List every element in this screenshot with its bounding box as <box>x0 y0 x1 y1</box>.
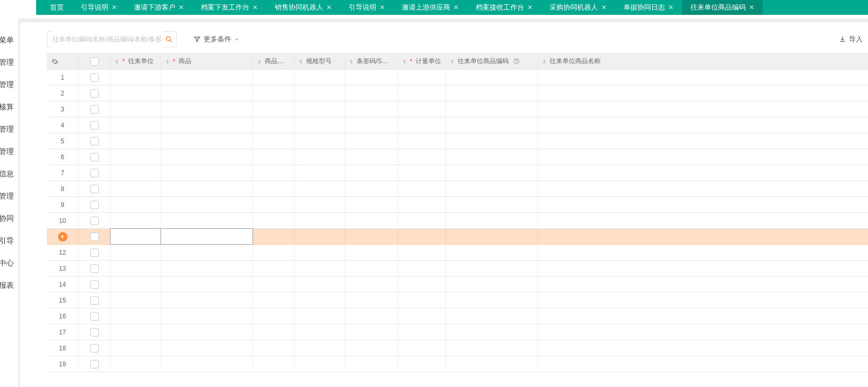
row-checkbox[interactable] <box>90 280 99 289</box>
sidebar-item-10[interactable]: 中心 <box>0 252 18 274</box>
tab-2[interactable]: 档案下发工作台✕ <box>192 0 266 15</box>
row-checkbox[interactable] <box>90 201 99 209</box>
table-row[interactable]: 10 <box>47 213 868 229</box>
column-header-unitname[interactable]: ▲▼往来单位商品名称 <box>538 54 868 70</box>
tab-0[interactable]: 引导说明✕ <box>72 0 125 15</box>
sidebar-item-8[interactable]: 协同 <box>0 208 18 230</box>
gear-icon[interactable] <box>51 58 58 65</box>
tab-7[interactable]: 采购协同机器人✕ <box>541 0 615 15</box>
select-all-checkbox[interactable] <box>90 57 99 66</box>
table-row[interactable]: 2 <box>47 85 868 101</box>
close-icon[interactable]: ✕ <box>112 4 117 11</box>
sidebar-item-1[interactable]: 管理 <box>0 51 18 74</box>
tab-1[interactable]: 邀请下游客户✕ <box>125 0 192 15</box>
help-icon[interactable] <box>513 58 520 65</box>
cell-product[interactable] <box>161 228 253 245</box>
close-icon[interactable]: ✕ <box>179 4 184 11</box>
table-row[interactable]: 8 <box>47 181 868 197</box>
row-checkbox[interactable] <box>90 153 99 161</box>
row-checkbox[interactable] <box>90 185 99 193</box>
sidebar-item-5[interactable]: 管理 <box>0 141 18 163</box>
column-header-unitcode[interactable]: ▲▼往来单位商品编码 <box>446 54 538 70</box>
cell-unitname[interactable] <box>538 229 868 245</box>
table-row[interactable]: 3 <box>47 101 868 117</box>
column-header-spec[interactable]: ▲▼规格型号 <box>294 54 345 70</box>
tab-4[interactable]: 引导说明✕ <box>340 0 393 15</box>
row-checkbox[interactable] <box>90 233 99 241</box>
sidebar-item-7[interactable]: 管理 <box>0 185 18 208</box>
table-row[interactable]: 5 <box>47 133 868 149</box>
table-row[interactable]: 1 <box>47 70 868 85</box>
table-row[interactable]: 19 <box>47 356 868 372</box>
column-header-unit[interactable]: ▲▼*往来单位 <box>111 54 161 70</box>
tab-9[interactable]: 往来单位商品编码✕ <box>682 0 763 15</box>
row-checkbox[interactable] <box>90 121 99 130</box>
cell-ptype[interactable] <box>253 229 294 245</box>
table-row[interactable]: 13 <box>47 261 868 277</box>
sidebar-item-2[interactable]: 管理 <box>0 74 18 96</box>
add-row-button-cell[interactable]: + <box>47 229 79 245</box>
table-row[interactable]: 9 <box>47 197 868 213</box>
sidebar-item-11[interactable]: 报表 <box>0 274 18 297</box>
cell-uom[interactable] <box>398 229 446 245</box>
column-header-gear[interactable] <box>47 54 79 70</box>
row-checkbox[interactable] <box>90 105 99 114</box>
row-checkbox[interactable] <box>90 217 99 225</box>
search-input[interactable] <box>52 31 163 47</box>
export-button[interactable]: 导入 <box>839 32 863 47</box>
column-header-check[interactable] <box>79 54 111 70</box>
sidebar-item-3[interactable]: 核算 <box>0 96 18 118</box>
sidebar-item-4[interactable]: 管理 <box>0 118 18 141</box>
close-icon[interactable]: ✕ <box>527 4 533 11</box>
table-row[interactable]: 15 <box>47 293 868 308</box>
table-row[interactable]: 7 <box>47 165 868 181</box>
table-row[interactable]: 18 <box>47 340 868 356</box>
table-row[interactable]: 12 <box>47 245 868 261</box>
column-header-ptype[interactable]: ▲▼商品… <box>253 54 294 70</box>
table-row[interactable]: 6 <box>47 149 868 165</box>
close-icon[interactable]: ✕ <box>453 4 459 11</box>
cell-unitcode <box>446 245 538 261</box>
cell-unit[interactable] <box>110 228 161 245</box>
row-checkbox[interactable] <box>90 312 99 321</box>
cell-unitcode[interactable] <box>446 229 538 245</box>
column-header-barcode[interactable]: ▲▼条形码/S… <box>345 54 398 70</box>
close-icon[interactable]: ✕ <box>380 4 385 11</box>
column-header-uom[interactable]: ▲▼*计量单位 <box>398 54 446 70</box>
row-checkbox[interactable] <box>90 248 99 257</box>
row-checkbox[interactable] <box>90 89 99 98</box>
search-icon[interactable] <box>165 36 173 43</box>
row-checkbox[interactable] <box>90 73 99 82</box>
close-icon[interactable]: ✕ <box>326 4 332 11</box>
sidebar-item-6[interactable]: 信息 <box>0 163 18 185</box>
table-row[interactable]: 16 <box>47 308 868 324</box>
tab-6[interactable]: 档案接收工作台✕ <box>467 0 541 15</box>
row-checkbox[interactable] <box>90 344 99 352</box>
row-checkbox[interactable] <box>90 328 99 337</box>
table-row[interactable]: 17 <box>47 324 868 340</box>
row-checkbox[interactable] <box>90 296 99 305</box>
tab-3[interactable]: 销售协同机器人✕ <box>266 0 340 15</box>
close-icon[interactable]: ✕ <box>252 4 258 11</box>
table-row[interactable]: 4 <box>47 117 868 133</box>
sidebar-item-0[interactable]: 菜单 <box>0 29 18 51</box>
row-checkbox[interactable] <box>90 264 99 273</box>
row-checkbox[interactable] <box>90 169 99 177</box>
close-icon[interactable]: ✕ <box>749 4 754 11</box>
search-box[interactable] <box>47 31 176 47</box>
tab-5[interactable]: 邀请上游供应商✕ <box>393 0 467 15</box>
table-row[interactable]: + <box>47 229 868 245</box>
row-checkbox[interactable] <box>90 137 99 145</box>
cell-barcode[interactable] <box>345 229 398 245</box>
close-icon[interactable]: ✕ <box>601 4 606 11</box>
column-header-product[interactable]: ▲▼*商品 <box>161 54 253 70</box>
tab-home[interactable]: 首页 <box>41 0 72 15</box>
close-icon[interactable]: ✕ <box>668 4 673 11</box>
tab-8[interactable]: 单据协同日志✕ <box>615 0 682 15</box>
table-row[interactable]: 14 <box>47 277 868 293</box>
add-row-button[interactable]: + <box>58 232 68 242</box>
sidebar-item-9[interactable]: 引导 <box>0 230 18 252</box>
row-checkbox[interactable] <box>90 360 99 368</box>
more-conditions-button[interactable]: 更多条件 <box>193 32 239 47</box>
cell-spec[interactable] <box>294 229 345 245</box>
